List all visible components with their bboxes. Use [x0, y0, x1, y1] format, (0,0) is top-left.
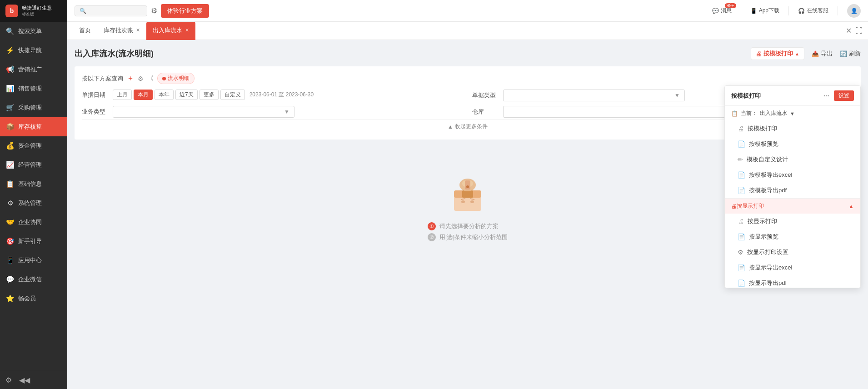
filter-biz-type-label: 业务类型 [82, 108, 109, 116]
display-print-section-header[interactable]: 🖨 按显示打印 ▲ [725, 199, 860, 214]
filter-settings-btn[interactable]: ⚙ [138, 75, 144, 82]
dropdown-item-template-print[interactable]: 🖨 按模板打印 [725, 121, 860, 136]
print-template-btn[interactable]: 🖨 按模板打印 ▲ [751, 47, 804, 60]
dropdown-item-template-preview[interactable]: 📄 按模板预览 [725, 136, 860, 152]
dropdown-header: 按模板打印 ··· 设置 [725, 86, 860, 106]
inventory-icon: 📦 [5, 122, 15, 131]
topbar-gear-icon[interactable]: ⚙ [151, 6, 157, 15]
sidebar-item-enterprise[interactable]: 🤝 企业协同 [0, 213, 67, 232]
sidebar-item-wechat[interactable]: 💬 企业微信 [0, 270, 67, 289]
main-area: 🔍 ⚙ 体验行业方案 💬 消息 99+ 📱 App下载 🎧 在线客服 [67, 0, 868, 389]
dropdown-three-dots[interactable]: ··· [823, 92, 829, 100]
display-pdf-icon: 📄 [738, 279, 745, 287]
sidebar-label-wechat: 企业微信 [18, 275, 42, 284]
quick-nav-icon: ⚡ [5, 46, 15, 55]
collapse-more-icon: ▲ [448, 124, 453, 130]
user-avatar-btn[interactable]: 👤 [847, 4, 861, 18]
svg-rect-2 [462, 190, 473, 198]
sidebar-item-search[interactable]: 🔍 搜索菜单 [0, 22, 67, 41]
dropdown-section-display: 🖨 按显示打印 ▲ 🖨 按显示打印 📄 按显示预览 ⚙ 按显示打印设置 [725, 199, 860, 288]
app-center-icon: 📱 [5, 256, 15, 265]
sidebar-label-basic-info: 基础信息 [18, 180, 42, 188]
template-print-label: 按模板打印 [748, 125, 777, 133]
basic-info-icon: 📋 [5, 180, 15, 189]
sidebar-item-operations[interactable]: 📈 经营管理 [0, 155, 67, 175]
dropdown-section-template: 🖨 按模板打印 📄 按模板预览 ✏ 模板自定义设计 📄 按模板导出excel [725, 121, 860, 199]
sidebar-item-marketing[interactable]: 📢 营销推广 [0, 60, 67, 79]
svg-point-10 [470, 200, 474, 203]
dropdown-item-display-preview[interactable]: 📄 按显示预览 [725, 229, 860, 244]
sidebar-item-purchase[interactable]: 🛒 采购管理 [0, 98, 67, 117]
display-print-icon: 🖨 [738, 218, 744, 225]
sidebar-item-sales[interactable]: 📊 销售管理 [0, 79, 67, 98]
sidebar-nav: 🔍 搜索菜单 ⚡ 快捷导航 📢 营销推广 📊 销售管理 🛒 采购管理 📦 库存核… [0, 22, 67, 371]
dropdown-header-actions: ··· 设置 [823, 90, 854, 101]
print-template-icon: 🖨 [756, 50, 762, 57]
filter-biz-type-select[interactable]: ▼ [113, 106, 294, 118]
collapse-more-label: 收起更多条件 [455, 123, 488, 130]
tab-flow[interactable]: 出入库流水 ✕ [146, 22, 195, 40]
sidebar-label-app-center: 应用中心 [18, 256, 42, 264]
tab-inventory-batch[interactable]: 库存批次账 ✕ [97, 22, 146, 40]
refresh-icon: 🔄 [840, 50, 847, 57]
industry-btn[interactable]: 体验行业方案 [161, 4, 209, 18]
date-btn-this-year[interactable]: 本年 [155, 90, 174, 100]
tab-flow-close[interactable]: ✕ [185, 27, 189, 33]
customer-service-label: 在线客服 [807, 7, 828, 15]
empty-step-2: ② 用[选]条件来缩小分析范围 [428, 233, 508, 241]
filter-add-btn[interactable]: ＋ [127, 74, 134, 83]
guide-icon: 🎯 [5, 237, 15, 246]
date-btn-last-month[interactable]: 上月 [113, 90, 132, 100]
template-custom-icon: ✏ [738, 156, 743, 163]
dropdown-item-template-pdf[interactable]: 📄 按模板导出pdf [725, 183, 860, 198]
filter-date-field: 单据日期 上月 本月 本年 近7天 更多 自定义 2023-06-01 至 20… [82, 90, 463, 100]
display-section-label: 按显示打印 [737, 202, 764, 210]
tab-inventory-batch-close[interactable]: ✕ [136, 27, 140, 33]
dropdown-item-display-print[interactable]: 🖨 按显示打印 [725, 214, 860, 229]
avatar: 👤 [847, 4, 861, 18]
collapse-sidebar-icon[interactable]: ◀◀ [19, 376, 30, 384]
date-btn-custom[interactable]: 自定义 [220, 90, 245, 100]
filter-tag[interactable]: 流水明细 [157, 73, 195, 84]
sidebar-item-system[interactable]: ⚙ 系统管理 [0, 194, 67, 213]
tab-expand-btn[interactable]: ⛶ [855, 27, 863, 35]
marketing-icon: 📢 [5, 65, 15, 74]
dropdown-item-display-excel[interactable]: 📄 按显示导出excel [725, 260, 860, 275]
topbar-search-box[interactable]: 🔍 [75, 5, 147, 16]
sidebar-item-quick-nav[interactable]: ⚡ 快捷导航 [0, 41, 67, 60]
app-download-btn[interactable]: 📱 App下载 [750, 7, 779, 15]
sidebar-item-basic-info[interactable]: 📋 基础信息 [0, 175, 67, 194]
dropdown-item-display-pdf[interactable]: 📄 按显示导出pdf [725, 275, 860, 288]
dropdown-item-template-custom[interactable]: ✏ 模板自定义设计 [725, 152, 860, 167]
tab-close-window-btn[interactable]: ✕ [846, 26, 852, 35]
refresh-btn[interactable]: 🔄 刷新 [840, 50, 861, 58]
message-btn[interactable]: 💬 消息 99+ [712, 7, 732, 15]
filter-doc-type-select[interactable]: ▼ [503, 90, 685, 101]
tab-home[interactable]: 首页 [73, 22, 97, 40]
sidebar-label-operations: 经营管理 [18, 161, 42, 169]
sidebar-item-guide[interactable]: 🎯 新手引导 [0, 232, 67, 251]
doc-type-arrow-icon: ▼ [674, 92, 680, 99]
sidebar-item-finance[interactable]: 💰 资金管理 [0, 136, 67, 155]
dropdown-item-template-excel[interactable]: 📄 按模板导出excel [725, 167, 860, 183]
topbar: 🔍 ⚙ 体验行业方案 💬 消息 99+ 📱 App下载 🎧 在线客服 [67, 0, 868, 22]
dropdown-item-display-settings[interactable]: ⚙ 按显示打印设置 [725, 244, 860, 260]
filter-collapse-btn[interactable]: 《 [147, 75, 154, 83]
export-label: 导出 [821, 50, 833, 58]
customer-service-btn[interactable]: 🎧 在线客服 [798, 7, 828, 15]
sidebar-item-member[interactable]: ⭐ 畅会员 [0, 289, 67, 308]
biz-type-arrow-icon: ▼ [284, 109, 289, 115]
settings-bottom-icon[interactable]: ⚙ [5, 376, 12, 384]
export-btn[interactable]: 📤 导出 [812, 50, 833, 58]
dropdown-settings-btn[interactable]: 设置 [834, 90, 854, 101]
sidebar-item-app-center[interactable]: 📱 应用中心 [0, 251, 67, 270]
purchase-icon: 🛒 [5, 103, 15, 112]
date-btn-more[interactable]: 更多 [200, 90, 219, 100]
sidebar-label-member: 畅会员 [18, 294, 36, 303]
date-btn-this-month[interactable]: 本月 [134, 90, 153, 100]
sidebar-item-inventory[interactable]: 📦 库存核算 [0, 117, 67, 136]
date-btn-7days[interactable]: 近7天 [175, 90, 198, 100]
topbar-right: 💬 消息 99+ 📱 App下载 🎧 在线客服 👤 [712, 4, 861, 18]
topbar-search-icon: 🔍 [80, 8, 86, 14]
step-1-num: ① [428, 222, 436, 230]
